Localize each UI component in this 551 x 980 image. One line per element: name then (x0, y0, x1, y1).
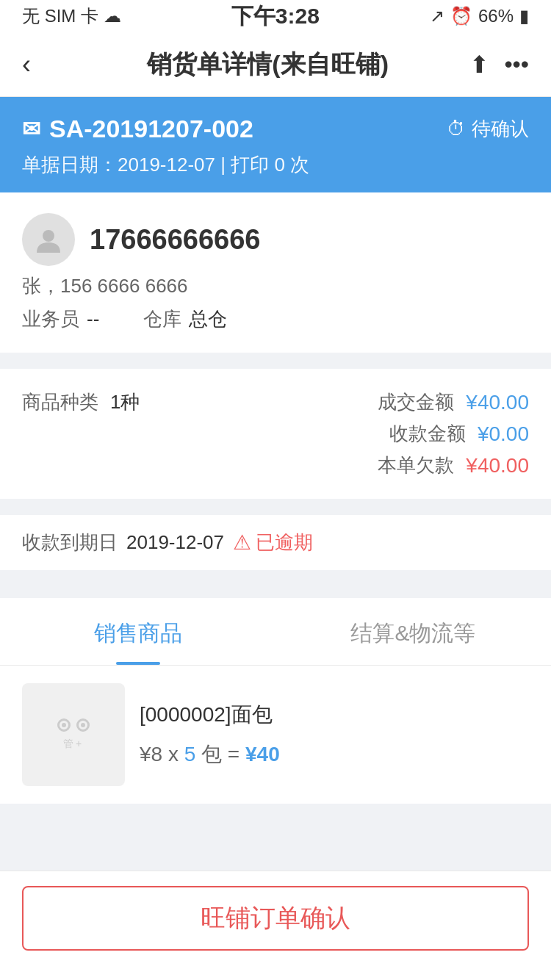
page-title: 销货单详情(来自旺铺) (147, 48, 389, 82)
summary-section: 商品种类 1种 成交金额 ¥40.00 收款金额 ¥0.00 本单欠款 ¥40.… (0, 369, 551, 499)
tab-products[interactable]: 销售商品 (0, 598, 276, 665)
product-info: [0000002]面包 ¥8 x 5 包 = ¥40 (140, 701, 529, 768)
status-right: ↗ ⏰ 66% ▮ (430, 6, 529, 26)
product-type-label: 商品种类 (22, 389, 98, 415)
status-clock-icon: ⏱ (447, 118, 466, 140)
owed-amount-value: ¥40.00 (466, 454, 529, 478)
order-id: ✉ SA-20191207-002 (22, 115, 253, 143)
sim-status: 无 SIM 卡 ☁ (22, 4, 121, 28)
confirm-order-button[interactable]: 旺铺订单确认 (22, 886, 529, 951)
status-bar: 无 SIM 卡 ☁ 下午3:28 ↗ ⏰ 66% ▮ (0, 0, 551, 32)
owed-amount-label: 本单欠款 (378, 453, 454, 478)
tab-settlement[interactable]: 结算&物流等 (276, 598, 551, 665)
warehouse-label: 仓库 (143, 306, 181, 332)
status-text: 待确认 (472, 116, 529, 142)
svg-point-0 (43, 230, 54, 242)
divider-1 (0, 354, 551, 367)
received-amount-value: ¥0.00 (478, 422, 529, 446)
nav-actions: ⬆ ••• (469, 51, 529, 79)
product-name: [0000002]面包 (140, 701, 529, 729)
product-unit: 包 (201, 743, 222, 765)
location-icon: ↗ (430, 6, 444, 26)
divider-2 (0, 500, 551, 514)
salesperson-label: 业务员 (22, 306, 79, 332)
due-date-label: 收款到期日 (22, 530, 118, 555)
owl-logo: 管+ (57, 718, 90, 751)
received-amount-row: 收款金额 ¥0.00 (389, 421, 529, 447)
bottom-bar: 旺铺订单确认 (0, 871, 551, 980)
nav-bar: ‹ 销货单详情(来自旺铺) ⬆ ••• (0, 32, 551, 97)
product-list: 管+ [0000002]面包 ¥8 x 5 包 = ¥40 (0, 666, 551, 804)
owed-amount-row: 本单欠款 ¥40.00 (378, 453, 529, 478)
received-amount-label: 收款金额 (389, 421, 466, 447)
product-price: ¥8 (140, 743, 162, 765)
status-left: 无 SIM 卡 ☁ (22, 4, 121, 28)
customer-section: 17666666666 张，156 6666 6666 业务员 -- 仓库 总仓 (0, 192, 551, 353)
order-header-card: ✉ SA-20191207-002 ⏱ 待确认 单据日期：2019-12-07 … (0, 97, 551, 192)
back-button[interactable]: ‹ (22, 49, 66, 80)
product-image: 管+ (22, 683, 125, 786)
customer-meta: 业务员 -- 仓库 总仓 (22, 306, 529, 332)
overdue-badge: ⚠ 已逾期 (233, 530, 313, 555)
divider-3 (0, 572, 551, 585)
salesperson-value: -- (87, 308, 99, 331)
customer-name: 张，156 6666 6666 (22, 273, 529, 299)
battery-icon: ▮ (519, 6, 529, 26)
product-multiply: x (168, 743, 184, 765)
battery-level: 66% (478, 6, 514, 26)
customer-phone: 17666666666 (90, 224, 260, 256)
product-qty: 5 (184, 743, 196, 765)
due-section: 收款到期日 2019-12-07 ⚠ 已逾期 (0, 515, 551, 570)
product-total: ¥40 (245, 743, 280, 765)
tabs-section: 销售商品 结算&物流等 管+ (0, 598, 551, 804)
deal-amount-value: ¥40.00 (466, 391, 529, 414)
avatar (22, 213, 75, 266)
overdue-text: 已逾期 (256, 530, 313, 555)
share-button[interactable]: ⬆ (469, 51, 489, 79)
alarm-icon: ⏰ (450, 6, 472, 26)
status-badge: ⏱ 待确认 (447, 116, 529, 142)
order-id-text: SA-20191207-002 (49, 115, 253, 143)
status-time: 下午3:28 (231, 1, 320, 32)
order-icon: ✉ (22, 116, 40, 142)
more-button[interactable]: ••• (504, 51, 529, 78)
table-row: 管+ [0000002]面包 ¥8 x 5 包 = ¥40 (22, 683, 529, 786)
warehouse-value: 总仓 (189, 306, 227, 332)
product-price-row: ¥8 x 5 包 = ¥40 (140, 741, 529, 768)
tabs-header: 销售商品 结算&物流等 (0, 598, 551, 666)
order-date: 单据日期：2019-12-07 | 打印 0 次 (22, 152, 529, 178)
product-equals: = (228, 743, 245, 765)
amount-summary: 成交金额 ¥40.00 收款金额 ¥0.00 本单欠款 ¥40.00 (378, 389, 529, 478)
due-date-value: 2019-12-07 (126, 531, 224, 554)
product-type-value: 1种 (110, 389, 140, 415)
deal-amount-row: 成交金额 ¥40.00 (378, 389, 529, 415)
deal-amount-label: 成交金额 (378, 389, 454, 415)
overdue-icon: ⚠ (233, 530, 251, 555)
